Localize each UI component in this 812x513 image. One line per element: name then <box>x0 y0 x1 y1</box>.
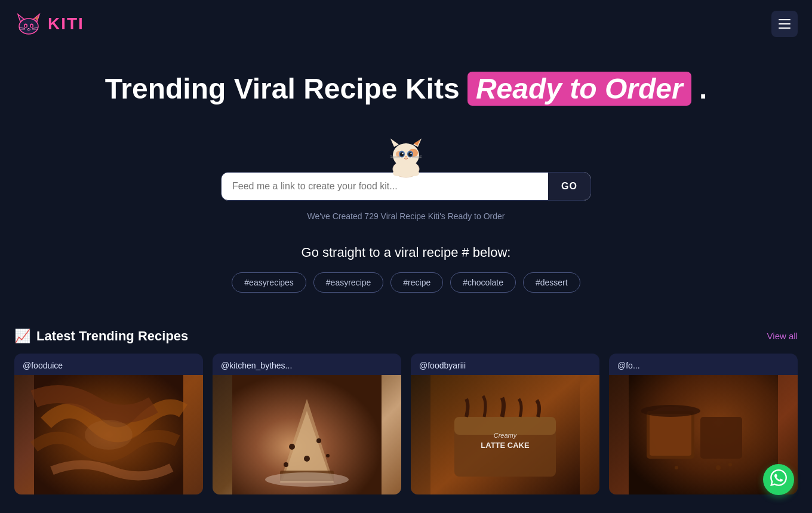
view-all-link[interactable]: View all <box>767 331 798 341</box>
svg-point-31 <box>393 170 401 176</box>
recipe-card[interactable]: @kitchen_bythes... <box>213 354 401 494</box>
svg-point-39 <box>289 444 295 450</box>
hero-title-end: . <box>699 73 707 105</box>
card-author-3: @foodbyariii <box>411 354 599 375</box>
logo-cat-icon <box>14 10 43 38</box>
hashtag-pill-recipe[interactable]: #recipe <box>390 272 443 293</box>
logo-area: KITI <box>14 10 84 38</box>
svg-point-25 <box>410 152 411 153</box>
svg-point-7 <box>28 28 30 29</box>
card-image-2 <box>213 375 401 494</box>
svg-point-44 <box>265 472 349 487</box>
svg-point-32 <box>411 170 419 176</box>
svg-point-34 <box>85 420 133 450</box>
svg-point-24 <box>402 152 403 153</box>
go-button[interactable]: GO <box>548 173 590 200</box>
svg-text:LATTE CAKE: LATTE CAKE <box>481 441 530 450</box>
trending-title-area: 📈 Latest Trending Recipes <box>14 328 188 344</box>
card-image-3: Creamy LATTE CAKE <box>411 375 599 494</box>
svg-point-6 <box>31 25 33 27</box>
hamburger-menu-button[interactable] <box>771 11 798 37</box>
hamburger-line-3 <box>779 27 791 29</box>
svg-point-56 <box>728 463 732 466</box>
svg-point-40 <box>316 438 321 443</box>
card-author-1: @fooduice <box>14 354 203 375</box>
cat-mascot <box>382 130 430 178</box>
svg-marker-15 <box>390 139 399 147</box>
hero-title-start: Trending Viral Recipe Kits <box>105 73 460 105</box>
svg-point-43 <box>284 462 288 467</box>
hashtag-pill-easyrecipe[interactable]: #easyrecipe <box>313 272 384 293</box>
svg-point-42 <box>326 454 330 457</box>
svg-point-55 <box>716 465 721 470</box>
cards-container: @fooduice <box>14 354 798 494</box>
card-author-4: @fo... <box>609 354 798 375</box>
logo-text: KITI <box>48 14 84 33</box>
svg-rect-52 <box>650 414 691 456</box>
main-content: Trending Viral Recipe Kits Ready to Orde… <box>0 48 812 494</box>
trending-header: 📈 Latest Trending Recipes View all <box>14 328 798 344</box>
svg-point-57 <box>675 466 678 469</box>
card-author-2: @kitchen_bythes... <box>213 354 401 375</box>
header: KITI <box>0 0 812 48</box>
sub-text: We've Created 729 Viral Recipe Kiti's Re… <box>307 211 505 221</box>
hamburger-line-1 <box>779 19 791 20</box>
hero-title-highlight: Ready to Order <box>467 72 691 106</box>
hero-title: Trending Viral Recipe Kits Ready to Orde… <box>105 72 708 106</box>
viral-recipe-text: Go straight to a viral recipe # below: <box>302 245 511 260</box>
svg-point-5 <box>25 25 27 27</box>
svg-point-41 <box>304 456 310 462</box>
hashtag-pill-easyrecipes[interactable]: #easyrecipes <box>232 272 306 293</box>
card-image-1 <box>14 375 203 494</box>
hashtag-pill-dessert[interactable]: #dessert <box>523 272 580 293</box>
whatsapp-icon <box>770 469 787 490</box>
trending-arrow-icon: 📈 <box>14 328 30 344</box>
whatsapp-button[interactable] <box>763 464 794 495</box>
svg-text:Creamy: Creamy <box>494 432 518 439</box>
recipe-card[interactable]: @foodbyariii <box>411 354 599 494</box>
hashtag-container: #easyrecipes #easyrecipe #recipe #chocol… <box>232 272 580 293</box>
trending-section: 📈 Latest Trending Recipes View all @food… <box>0 328 812 494</box>
trending-title: Latest Trending Recipes <box>36 328 188 344</box>
recipe-card[interactable]: @fooduice <box>14 354 203 494</box>
hashtag-pill-chocolate[interactable]: #chocolate <box>450 272 516 293</box>
svg-rect-53 <box>700 417 742 459</box>
hamburger-line-2 <box>779 23 791 24</box>
